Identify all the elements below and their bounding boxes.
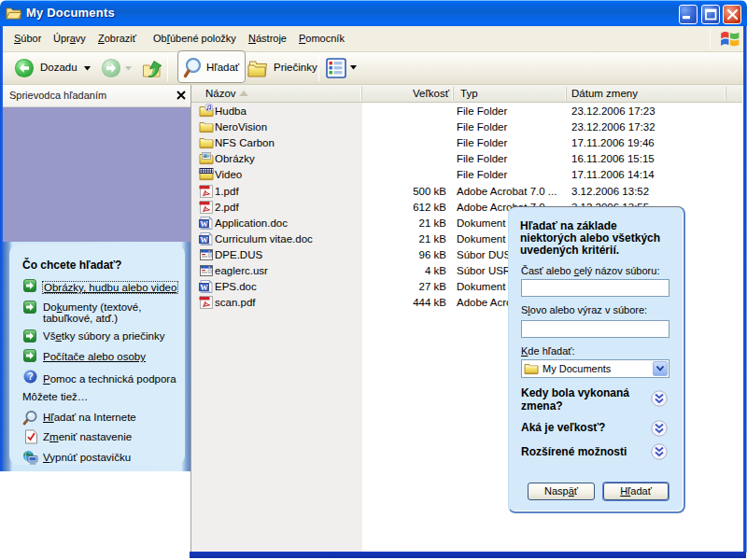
- svg-text:?: ?: [27, 371, 33, 382]
